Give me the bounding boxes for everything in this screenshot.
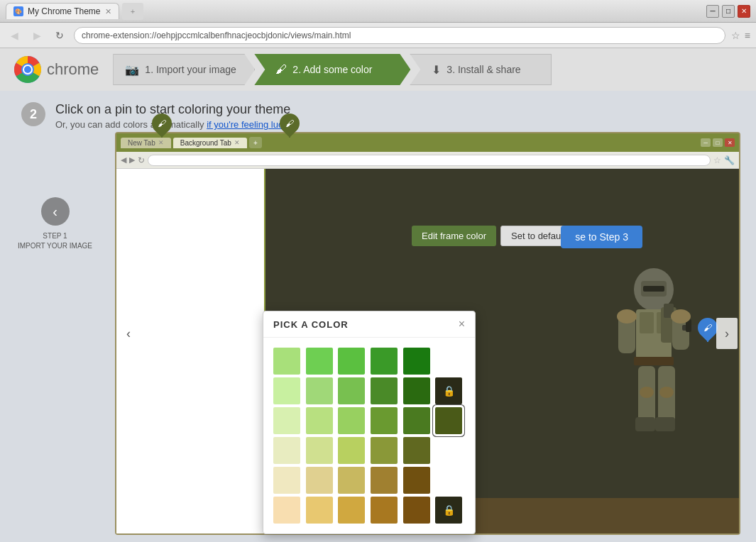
color-cell-2-2[interactable] — [338, 407, 365, 434]
main-content: 2 Click on a pin to start coloring your … — [0, 91, 756, 542]
mini-reload[interactable]: ↻ — [138, 155, 145, 165]
character-silhouette — [590, 261, 718, 502]
color-cell-2-4[interactable] — [403, 407, 430, 434]
step-heading: Click on a pin to start coloring your th… — [55, 102, 292, 117]
mini-maximize[interactable]: □ — [713, 138, 723, 147]
url-bar[interactable]: chrome-extension://oehpjpccmlcalbenfhnac… — [74, 27, 725, 44]
color-cell-0-2[interactable] — [338, 348, 365, 375]
color-cell-2-3[interactable] — [371, 407, 398, 434]
mini-url-bar[interactable] — [148, 155, 711, 166]
sidebar-step-label: STEP 1 IMPORT YOUR IMAGE — [18, 231, 92, 251]
color-cell-3-4[interactable] — [403, 437, 430, 464]
mini-tab-2[interactable]: Background Tab ✕ — [173, 138, 247, 148]
color-cell-1-0[interactable] — [273, 377, 300, 404]
color-picker-header: PICK A COLOR × — [263, 311, 475, 338]
tab-favicon: 🎨 — [13, 6, 23, 16]
mini-back[interactable]: ◀ — [121, 155, 126, 165]
color-cell-0-4[interactable] — [403, 348, 430, 375]
mini-tab1-close[interactable]: ✕ — [158, 139, 164, 146]
color-cell-2-0[interactable] — [273, 407, 300, 434]
color-cell-1-3[interactable] — [371, 377, 398, 404]
edit-frame-color-button[interactable]: Edit frame color — [412, 226, 496, 246]
step-text: Click on a pin to start coloring your th… — [55, 102, 292, 130]
mini-tab-1[interactable]: New Tab ✕ — [121, 138, 171, 148]
mini-browser-bar: New Tab ✕ Background Tab ✕ + ─ □ ✕ — [116, 133, 739, 152]
pin-3[interactable]: 🖌 — [698, 318, 718, 342]
color-cell-5-5[interactable] — [435, 497, 462, 524]
color-cell-5-1[interactable] — [306, 497, 333, 524]
step3-nav[interactable]: ⬇ 3. Install & share — [410, 54, 552, 85]
url-text: chrome-extension://oehpjpccmlcalbenfhnac… — [82, 31, 351, 40]
color-cell-5-2[interactable] — [338, 497, 365, 524]
color-cell-5-3[interactable] — [371, 497, 398, 524]
color-cell-0-1[interactable] — [306, 348, 333, 375]
chrome-text: chrome — [47, 60, 99, 79]
color-grid — [263, 338, 475, 533]
browser-tab[interactable]: 🎨 My Chrome Theme ✕ — [6, 3, 119, 19]
color-cell-0-0[interactable] — [273, 348, 300, 375]
brush-icon: 🖌 — [275, 63, 287, 76]
svg-point-3 — [24, 66, 31, 73]
mini-star-icon: ☆ — [713, 155, 721, 165]
color-cell-2-1[interactable] — [306, 407, 333, 434]
back-button[interactable]: ◀ — [6, 27, 23, 44]
color-cell-4-1[interactable] — [306, 467, 333, 494]
svg-rect-6 — [643, 286, 664, 292]
mini-close[interactable]: ✕ — [725, 138, 735, 147]
reload-button[interactable]: ↻ — [51, 27, 68, 44]
window-close-button[interactable]: ✕ — [738, 5, 750, 18]
mini-minimize[interactable]: ─ — [701, 138, 711, 147]
color-cell-1-2[interactable] — [338, 377, 365, 404]
forward-button[interactable]: ▶ — [28, 27, 45, 44]
mini-new-tab-button[interactable]: + — [249, 137, 262, 148]
continue-step3-button[interactable]: se to Step 3 — [561, 226, 642, 248]
back-arrow-button[interactable]: ‹ — [41, 197, 70, 226]
color-cell-4-5 — [435, 467, 462, 494]
step2-nav[interactable]: 🖌 2. Add some color — [254, 54, 410, 85]
mini-left-panel — [116, 169, 265, 533]
color-cell-1-4[interactable] — [403, 377, 430, 404]
step1-label: 1. Import your image — [145, 64, 236, 75]
color-cell-4-0[interactable] — [273, 467, 300, 494]
menu-icon[interactable]: ≡ — [745, 30, 750, 41]
mini-window-controls: ─ □ ✕ — [701, 138, 735, 147]
color-cell-2-5[interactable] — [435, 407, 462, 434]
minimize-button[interactable]: ─ — [706, 5, 719, 18]
prev-arrow-button[interactable]: ‹ — [118, 318, 139, 349]
svg-point-21 — [640, 387, 654, 398]
color-cell-1-5[interactable] — [435, 377, 462, 404]
new-tab-button[interactable]: + — [122, 3, 143, 20]
color-cell-4-3[interactable] — [371, 467, 398, 494]
pin-2[interactable]: 🖌 — [280, 114, 300, 138]
mini-tab2-close[interactable]: ✕ — [234, 139, 240, 146]
mini-wrench-icon: 🔧 — [724, 155, 735, 165]
maximize-button[interactable]: □ — [722, 5, 735, 18]
chrome-brand: chrome — [14, 56, 99, 83]
color-cell-1-1[interactable] — [306, 377, 333, 404]
svg-rect-20 — [655, 417, 675, 431]
color-cell-5-4[interactable] — [403, 497, 430, 524]
svg-point-22 — [659, 387, 674, 398]
camera-icon: 📷 — [125, 63, 139, 77]
pin-1[interactable]: 🖌 — [152, 114, 172, 138]
color-cell-4-2[interactable] — [338, 467, 365, 494]
bookmark-icon[interactable]: ☆ — [731, 30, 740, 41]
mini-address-bar: ◀ ▶ ↻ ☆ 🔧 — [116, 152, 739, 169]
color-cell-0-3[interactable] — [371, 348, 398, 375]
step2-label: 2. Add some color — [292, 64, 372, 75]
mini-forward[interactable]: ▶ — [129, 155, 135, 165]
next-arrow-button[interactable]: › — [716, 318, 738, 349]
window-controls: ─ □ ✕ — [706, 5, 750, 18]
color-picker-close-button[interactable]: × — [459, 319, 465, 330]
step1-nav[interactable]: 📷 1. Import your image — [113, 54, 255, 85]
color-cell-4-4[interactable] — [403, 467, 430, 494]
tab-close-icon[interactable]: ✕ — [105, 7, 111, 16]
download-icon: ⬇ — [432, 63, 441, 77]
color-cell-3-0[interactable] — [273, 437, 300, 464]
color-cell-3-3[interactable] — [371, 437, 398, 464]
color-cell-5-0[interactable] — [273, 497, 300, 524]
color-cell-3-1[interactable] — [306, 437, 333, 464]
chrome-logo — [14, 56, 41, 83]
svg-point-23 — [617, 309, 637, 323]
color-cell-3-2[interactable] — [338, 437, 365, 464]
